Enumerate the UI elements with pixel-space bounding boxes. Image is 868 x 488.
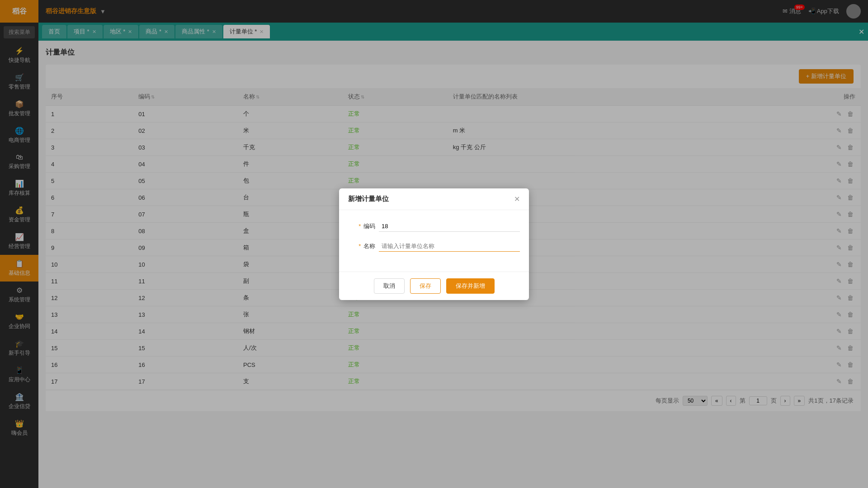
modal-header: 新增计量单位 ✕ xyxy=(339,188,529,210)
modal-body: * 编码 * 名称 xyxy=(339,210,529,272)
modal-footer: 取消 保存 保存并新增 xyxy=(339,272,529,300)
name-input[interactable] xyxy=(379,241,520,252)
code-input[interactable] xyxy=(379,221,520,232)
name-label: * 名称 xyxy=(348,242,375,250)
save-button[interactable]: 保存 xyxy=(410,278,441,294)
name-required-mark: * xyxy=(359,243,361,249)
form-row-name: * 名称 xyxy=(348,241,520,252)
code-required-mark: * xyxy=(359,223,361,230)
modal-close-button[interactable]: ✕ xyxy=(514,195,520,203)
save-and-new-button[interactable]: 保存并新增 xyxy=(446,278,495,294)
add-measure-unit-modal: 新增计量单位 ✕ * 编码 * 名称 取消 保存 保存并新增 xyxy=(339,188,529,300)
modal-overlay: 新增计量单位 ✕ * 编码 * 名称 取消 保存 保存并新增 xyxy=(0,0,868,488)
modal-title: 新增计量单位 xyxy=(348,195,389,203)
cancel-button[interactable]: 取消 xyxy=(374,278,405,294)
code-label: * 编码 xyxy=(348,222,375,230)
form-row-code: * 编码 xyxy=(348,221,520,232)
